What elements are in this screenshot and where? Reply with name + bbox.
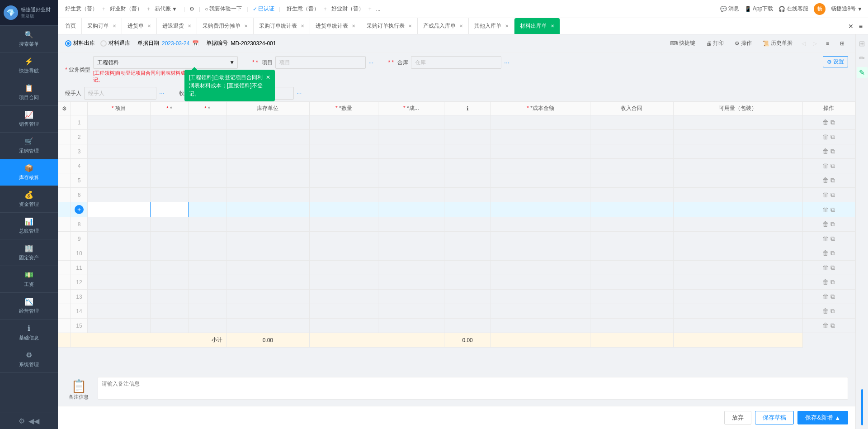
cell-unit[interactable] [226,304,309,319]
cell-spec[interactable] [188,246,226,261]
delete-row-btn[interactable]: 🗑 [822,235,829,243]
sidebar-item-quicknav[interactable]: ⚡ 快捷导航 [0,52,58,79]
cell-project[interactable] [88,319,151,333]
cell-cost-info[interactable] [444,217,491,232]
cell-material[interactable] [150,232,188,246]
history-btn[interactable]: 📜 历史单据 [759,38,796,48]
delete-row-btn[interactable]: 🗑 [822,249,829,257]
cell-income-contract[interactable] [590,173,673,188]
cell-spec[interactable] [188,188,226,202]
cell-unit[interactable] [226,319,309,333]
delete-row-btn[interactable]: 🗑 [822,220,829,228]
sidebar-item-purchase[interactable]: 🛒 采购管理 [0,133,58,159]
cell-cost[interactable] [378,144,444,159]
cell-cost-amount[interactable] [491,290,590,304]
cell-available[interactable] [673,232,802,246]
sidebar-item-sales[interactable]: 📈 销售管理 [0,106,58,133]
cell-cost[interactable] [378,275,444,290]
cell-spec[interactable] [188,159,226,173]
cell-project[interactable] [88,232,151,246]
message-btn[interactable]: 💬 消息 [720,5,739,13]
cell-income-contract[interactable] [590,202,673,217]
sidebar-settings-btn[interactable]: ⚙ [19,417,25,425]
cell-qty[interactable] [309,173,378,188]
cell-available[interactable] [673,202,802,217]
sidebar-item-search[interactable]: 🔍 搜索菜单 [0,26,58,52]
tab-material-outbound[interactable]: 材料出库单 ✕ [514,18,560,34]
cell-cost-amount[interactable] [491,275,590,290]
note-input[interactable] [98,377,848,400]
cell-qty[interactable] [309,261,378,275]
copy-row-btn[interactable]: ⧉ [830,249,835,257]
user-avatar[interactable]: 畅 [814,3,826,15]
delete-row-btn[interactable]: 🗑 [822,307,829,315]
copy-row-btn[interactable]: ⧉ [830,162,835,170]
cell-cost-info[interactable] [444,130,491,144]
cell-qty[interactable] [309,304,378,319]
cell-cost-amount[interactable] [491,217,590,232]
cell-cost[interactable] [378,304,444,319]
cell-spec[interactable] [188,217,226,232]
tab-finished-goods[interactable]: 产成品入库单 ✕ [418,18,469,34]
calendar-icon[interactable]: 📅 [192,40,199,47]
cell-project[interactable] [88,159,151,173]
cell-income-contract[interactable] [590,246,673,261]
cell-cost-amount[interactable] [491,130,590,144]
cell-cost[interactable] [378,232,444,246]
tab-inbound-stats[interactable]: 进货单统计表 ✕ [310,18,361,34]
cell-qty[interactable] [309,202,378,217]
cell-spec[interactable] [188,232,226,246]
cell-material[interactable] [150,115,188,130]
tab-close-inbound[interactable]: ✕ [147,24,151,29]
cell-project[interactable] [88,261,151,275]
copy-row-btn[interactable]: ⧉ [830,264,835,272]
nav-experience-btn[interactable]: ○ 我要体验一下 [205,5,242,13]
row-settings[interactable] [58,202,71,217]
cell-income-contract[interactable] [590,159,673,173]
quick-key-btn[interactable]: ⌨ 快捷键 [666,38,699,48]
delete-row-btn[interactable]: 🗑 [822,322,829,329]
operate-btn[interactable]: ⚙ 操作 [731,38,755,48]
cell-unit[interactable] [226,290,309,304]
app-download-btn[interactable]: 📱 App下载 [745,5,773,13]
row-settings[interactable] [58,217,71,232]
discard-btn[interactable]: 放弃 [724,411,751,424]
cell-material[interactable] [150,246,188,261]
cell-income-contract[interactable] [590,290,673,304]
cell-spec[interactable] [188,202,226,217]
settings-col-header[interactable]: ⚙ [58,102,71,115]
copy-row-btn[interactable]: ⧉ [830,148,835,155]
tab-close-purchase[interactable]: ✕ [113,24,116,29]
row-settings[interactable] [58,246,71,261]
list-view-btn[interactable]: ≡ [822,39,833,48]
cell-available[interactable] [673,261,802,275]
delete-row-btn[interactable]: 🗑 [822,191,829,199]
cell-project[interactable] [88,304,151,319]
cell-income-contract[interactable] [590,188,673,202]
cell-cost-amount[interactable] [491,159,590,173]
right-panel-icon-1[interactable]: ⊞ [857,38,868,49]
cell-available[interactable] [673,159,802,173]
cell-cost-amount[interactable] [491,173,590,188]
cell-spec[interactable] [188,173,226,188]
cell-cost[interactable] [378,246,444,261]
cell-available[interactable] [673,130,802,144]
sidebar-item-management[interactable]: 📉 经营管理 [0,293,58,319]
cell-available[interactable] [673,217,802,232]
right-panel-icon-green[interactable]: ✎ [857,67,868,78]
copy-row-btn[interactable]: ⧉ [830,191,835,199]
cell-income-contract[interactable] [590,144,673,159]
row-settings[interactable] [58,319,71,333]
cell-available[interactable] [673,144,802,159]
cell-project[interactable] [88,290,151,304]
sidebar-item-finance[interactable]: 💰 资金管理 [0,186,58,213]
cell-material[interactable] [150,261,188,275]
cell-cost-info[interactable] [444,275,491,290]
tab-close-finished[interactable]: ✕ [459,24,463,29]
row-settings[interactable] [58,290,71,304]
save-new-btn[interactable]: 保存&新增 ▲ [797,411,848,424]
cell-cost-amount[interactable] [491,144,590,159]
col-cost-info-icon[interactable]: ℹ [444,102,491,115]
cell-cost-amount[interactable] [491,246,590,261]
row-settings[interactable] [58,261,71,275]
